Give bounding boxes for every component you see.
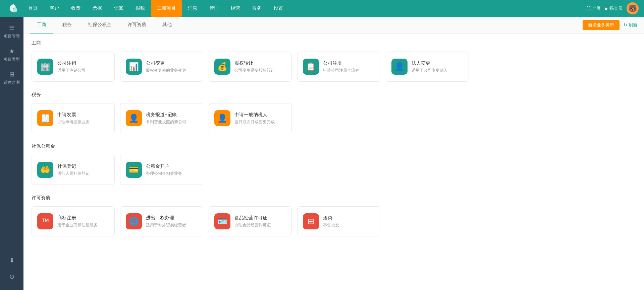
tab-social-security[interactable]: 社保公积金 xyxy=(81,17,118,33)
alcohol-icon: ⊞ xyxy=(303,213,319,229)
nav-settings[interactable]: 设置 xyxy=(268,0,289,17)
social-security-card-grid: 🤲 社保登记 进行人员社保登记 💳 公积金开户 办理公积金相关业务 xyxy=(32,155,636,185)
top-navigation: 首页 客户 收费 票据 记账 报税 工商项目 消息 管理 经营 服务 设置 ⛶ … xyxy=(0,0,644,17)
nav-message[interactable]: 消息 xyxy=(182,0,203,17)
refresh-icon: ↻ xyxy=(624,22,627,27)
section-industry: 工商 🏢 公司注销 适用于注销公司 📊 公司变更 股权变更外的业务变更 xyxy=(32,40,636,82)
card-social-insurance-text: 社保登记 进行人员社保登记 xyxy=(57,163,90,176)
logo xyxy=(5,3,22,14)
section-tax-title: 税务 xyxy=(32,92,636,98)
card-company-register-text: 公司注册 申请公司注册全流程 xyxy=(323,60,359,73)
section-social-security-title: 社保公积金 xyxy=(32,143,636,149)
section-license: 许可资质 ™ 商标注册 用于企业商标注册服务 🌐 进出口权办理 适用于对 xyxy=(32,195,636,236)
refresh-button[interactable]: ↻ 刷新 xyxy=(624,22,637,28)
license-card-grid: ™ 商标注册 用于企业商标注册服务 🌐 进出口权办理 适用于对外贸易经营者 xyxy=(32,206,636,236)
social-insurance-icon: 🤲 xyxy=(37,162,53,178)
fullscreen-button[interactable]: ⛶ 全屏 xyxy=(586,5,601,11)
fullscreen-icon: ⛶ xyxy=(586,6,591,11)
nav-fee[interactable]: 收费 xyxy=(65,0,87,17)
nav-customer[interactable]: 客户 xyxy=(44,0,65,17)
project-type-icon: ★ xyxy=(8,47,16,55)
sidebar-item-project-type[interactable]: ★ 项目类型 xyxy=(0,43,23,66)
general-taxpayer-icon: 👤 xyxy=(214,110,230,126)
card-tax-bookkeep-text: 税务报道+记账 拿到营业执照的新公司 xyxy=(146,112,186,125)
scrollable-content: 工商 🏢 公司注销 适用于注销公司 📊 公司变更 股权变更外的业务变更 xyxy=(23,33,644,290)
industry-card-grid: 🏢 公司注销 适用于注销公司 📊 公司变更 股权变更外的业务变更 xyxy=(32,52,636,82)
company-change-icon: 📊 xyxy=(126,59,142,75)
section-tax: 税务 🧾 申请发票 办理申请发票业务 👤 税务报道+记账 拿到营业执照 xyxy=(32,92,636,133)
card-legal-change[interactable]: 👤 法人变更 适用于公司变更法人 xyxy=(386,52,469,82)
sidebar-item-download[interactable]: ⬇ xyxy=(0,252,23,269)
card-company-cancel[interactable]: 🏢 公司注销 适用于注销公司 xyxy=(32,52,115,82)
card-general-taxpayer-text: 申请一般纳税人 当月或次月成变更完成 xyxy=(234,112,275,125)
tax-bookkeep-icon: 👤 xyxy=(126,110,142,126)
card-provident-fund[interactable]: 💳 公积金开户 办理公积金相关业务 xyxy=(120,155,203,185)
card-company-register[interactable]: 📋 公司注册 申请公司注册全流程 xyxy=(297,52,380,82)
nav-menu: 首页 客户 收费 票据 记账 报税 工商项目 消息 管理 经营 服务 设置 xyxy=(22,0,586,17)
card-social-insurance[interactable]: 🤲 社保登记 进行人员社保登记 xyxy=(32,155,115,185)
vip-button[interactable]: ▶ 畅会员 xyxy=(605,5,623,11)
card-alcohol[interactable]: ⊞ 酒类 零售批发 xyxy=(297,206,380,236)
provident-fund-icon: 💳 xyxy=(126,162,142,178)
section-license-title: 许可资质 xyxy=(32,195,636,201)
card-equity-transfer[interactable]: 💰 股权转让 公司变更需要股权转让 xyxy=(209,52,292,82)
section-social-security: 社保公积金 🤲 社保登记 进行人员社保登记 💳 公积金开户 办理公积金 xyxy=(32,143,636,185)
nav-bookkeep[interactable]: 记账 xyxy=(108,0,129,17)
sidebar-item-progress-monitor[interactable]: ⊞ 进度监测 xyxy=(0,66,23,89)
card-provident-fund-text: 公积金开户 办理公积金相关业务 xyxy=(146,163,182,176)
import-export-icon: 🌐 xyxy=(126,213,142,229)
food-license-icon: 🪪 xyxy=(214,213,230,229)
tab-license[interactable]: 许可资质 xyxy=(121,17,153,33)
card-trademark[interactable]: ™ 商标注册 用于企业商标注册服务 xyxy=(32,206,115,236)
trademark-icon: ™ xyxy=(37,213,53,229)
card-general-taxpayer[interactable]: 👤 申请一般纳税人 当月或次月成变更完成 xyxy=(209,103,292,133)
tab-other[interactable]: 其他 xyxy=(156,17,178,33)
legal-change-icon: 👤 xyxy=(391,59,408,75)
card-invoice-apply[interactable]: 🧾 申请发票 办理申请发票业务 xyxy=(32,103,115,133)
download-icon: ⬇ xyxy=(8,257,16,265)
tabs-bar: 工商 税务 社保公积金 许可资质 其他 新增业务类型 ↻ 刷新 xyxy=(23,17,644,33)
card-food-license-text: 食品经营许可证 办理食品经营许可证 xyxy=(234,215,271,228)
tab-industry-commerce[interactable]: 工商 xyxy=(30,17,53,33)
content-area: 工商 税务 社保公积金 许可资质 其他 新增业务类型 ↻ 刷新 工商 🏢 xyxy=(23,17,644,290)
card-company-change[interactable]: 📊 公司变更 股权变更外的业务变更 xyxy=(120,52,203,82)
card-food-license[interactable]: 🪪 食品经营许可证 办理食品经营许可证 xyxy=(209,206,292,236)
nav-right-actions: ⛶ 全屏 ▶ 畅会员 🐻 xyxy=(586,2,639,14)
user-avatar[interactable]: 🐻 xyxy=(627,2,639,14)
card-import-export-text: 进出口权办理 适用于对外贸易经营者 xyxy=(146,215,186,228)
card-tax-bookkeep[interactable]: 👤 税务报道+记账 拿到营业执照的新公司 xyxy=(120,103,203,133)
card-company-cancel-text: 公司注销 适用于注销公司 xyxy=(57,60,86,73)
sidebar-item-support[interactable]: ⊙ xyxy=(0,269,23,285)
sidebar-bottom: ⬇ ⊙ xyxy=(0,252,23,290)
tabs-actions: 新增业务类型 ↻ 刷新 xyxy=(583,20,637,30)
main-layout: ☰ 项目管理 ★ 项目类型 ⊞ 进度监测 ⬇ ⊙ 工商 税务 社保公积金 许可资… xyxy=(0,17,644,290)
tab-tax[interactable]: 税务 xyxy=(56,17,78,33)
sidebar-item-project-management[interactable]: ☰ 项目管理 xyxy=(0,20,23,43)
sidebar: ☰ 项目管理 ★ 项目类型 ⊞ 进度监测 ⬇ ⊙ xyxy=(0,17,23,290)
invoice-apply-icon: 🧾 xyxy=(37,110,53,126)
nav-service[interactable]: 服务 xyxy=(246,0,268,17)
nav-manage[interactable]: 管理 xyxy=(203,0,225,17)
card-import-export[interactable]: 🌐 进出口权办理 适用于对外贸易经营者 xyxy=(120,206,203,236)
card-legal-change-text: 法人变更 适用于公司变更法人 xyxy=(412,60,448,73)
card-equity-transfer-text: 股权转让 公司变更需要股权转让 xyxy=(234,60,275,73)
nav-invoice[interactable]: 票据 xyxy=(87,0,108,17)
card-alcohol-text: 酒类 零售批发 xyxy=(323,215,339,228)
nav-report[interactable]: 报税 xyxy=(129,0,151,17)
nav-home[interactable]: 首页 xyxy=(22,0,44,17)
nav-operation[interactable]: 经营 xyxy=(225,0,246,17)
progress-monitor-icon: ⊞ xyxy=(8,70,16,78)
project-management-icon: ☰ xyxy=(8,24,16,32)
new-type-button[interactable]: 新增业务类型 xyxy=(583,20,620,30)
equity-transfer-icon: 💰 xyxy=(214,59,230,75)
nav-industry[interactable]: 工商项目 xyxy=(151,0,182,17)
tax-card-grid: 🧾 申请发票 办理申请发票业务 👤 税务报道+记账 拿到营业执照的新公司 xyxy=(32,103,636,133)
company-register-icon: 📋 xyxy=(303,59,319,75)
section-industry-title: 工商 xyxy=(32,40,636,46)
vip-icon: ▶ xyxy=(605,6,608,11)
company-cancel-icon: 🏢 xyxy=(37,59,53,75)
card-invoice-apply-text: 申请发票 办理申请发票业务 xyxy=(57,112,90,125)
support-icon: ⊙ xyxy=(8,273,16,281)
card-trademark-text: 商标注册 用于企业商标注册服务 xyxy=(57,215,98,228)
card-company-change-text: 公司变更 股权变更外的业务变更 xyxy=(146,60,186,73)
